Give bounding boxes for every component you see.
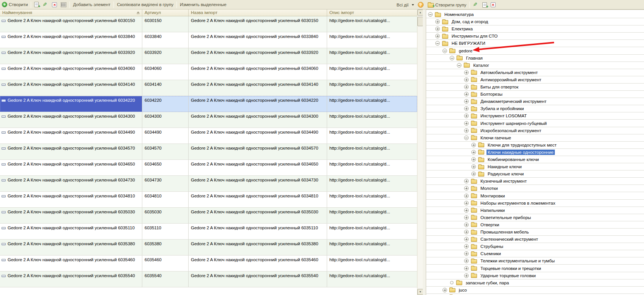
tree-item[interactable]: НЕ ВИГРУЖАТИ <box>426 40 644 47</box>
expand-icon[interactable] <box>464 208 469 213</box>
tree-item[interactable]: juco <box>426 287 644 294</box>
scroll-thumb[interactable] <box>417 17 423 26</box>
expand-icon[interactable] <box>435 19 440 24</box>
table-row[interactable]: Gedore 2 A Ключ накидной односторонний у… <box>0 208 417 224</box>
tree-item[interactable]: Ударные торцевые головки <box>426 272 644 279</box>
tree-item[interactable]: Накидные ключи <box>426 163 644 170</box>
expand-icon[interactable] <box>464 194 469 198</box>
tree-item[interactable]: Сантехнический инструмент <box>426 236 644 243</box>
copy-selected-to-group-button[interactable]: Скопіювати виділені в групу <box>115 1 175 9</box>
tree-item[interactable]: Инструмент шарнирно-губцевый <box>426 120 644 127</box>
expand-icon[interactable] <box>464 77 469 82</box>
tree-item[interactable]: Осветительные приборы <box>426 214 644 221</box>
collapse-icon[interactable] <box>428 12 433 17</box>
expand-icon[interactable] <box>471 164 476 169</box>
delete-item-button[interactable] <box>50 1 59 9</box>
table-row[interactable]: Gedore 2 A Ключ накидной односторонний у… <box>0 224 417 240</box>
tree-item[interactable]: Тележки инструментальные и тумбы <box>426 257 644 265</box>
expand-icon[interactable] <box>464 179 469 183</box>
table-row[interactable]: Gedore 2 A Ключ накидной односторонний у… <box>0 64 417 80</box>
list-vertical-scrollbar[interactable]: ▲ ▼ <box>417 9 423 295</box>
column-header-import-name[interactable]: Назва імпорт <box>189 9 327 16</box>
tree-item[interactable]: Болторезы <box>426 91 644 98</box>
tree-item[interactable]: Ключи гаечные <box>426 134 644 142</box>
table-row[interactable]: Gedore 2 A Ключ накидной односторонний у… <box>0 192 417 208</box>
tree-item[interactable]: Промышленная мебель <box>426 229 644 236</box>
expand-icon[interactable] <box>435 34 440 38</box>
expand-icon[interactable] <box>464 114 469 118</box>
table-row[interactable]: Gedore 2 A Ключ накидной односторонний у… <box>0 176 417 192</box>
table-row[interactable]: Gedore 2 A Ключ накидной односторонний у… <box>0 48 417 64</box>
tree-item[interactable]: Номенклатура <box>426 11 644 18</box>
expand-icon[interactable] <box>464 251 469 256</box>
collapse-icon[interactable] <box>450 56 454 60</box>
expand-icon[interactable] <box>464 230 469 234</box>
tree-item[interactable]: Искробезопасный инструмент <box>426 127 644 134</box>
tree-item[interactable]: Биты для отверток <box>426 84 644 91</box>
expand-icon[interactable] <box>464 121 469 126</box>
expand-icon[interactable] <box>464 259 469 263</box>
tree-item[interactable]: Инструменты для СТО <box>426 33 644 40</box>
column-header-article[interactable]: Артикул <box>142 9 189 16</box>
table-row[interactable]: Gedore 2 A Ключ накидной односторонний у… <box>0 32 417 48</box>
expand-icon[interactable] <box>471 150 476 155</box>
tree-item[interactable]: Струбцины <box>426 243 644 250</box>
expand-icon[interactable] <box>464 186 469 191</box>
tree-edit-button[interactable] <box>471 1 480 9</box>
expand-icon[interactable] <box>464 128 469 133</box>
barcode-button[interactable] <box>59 1 68 9</box>
column-header-import-desc[interactable]: Опис імпорт <box>327 9 417 16</box>
expand-icon[interactable] <box>471 157 476 162</box>
tree-item[interactable]: Зубила и пробойники <box>426 105 644 112</box>
tree-item[interactable]: Главная <box>426 55 644 62</box>
tree-item[interactable]: Монтировки <box>426 192 644 200</box>
tree-item[interactable]: Автомобильный инструмент <box>426 69 644 76</box>
tree-item[interactable]: Антикоррозийный инструмент <box>426 76 644 84</box>
tree-delete-button[interactable] <box>489 1 498 9</box>
edit-item-button[interactable] <box>41 1 50 9</box>
tree-item[interactable]: Инструмент LOSOMAT <box>426 112 644 120</box>
expand-icon[interactable] <box>471 172 476 176</box>
table-row[interactable]: Gedore 2 A Ключ накидной односторонний у… <box>0 144 417 160</box>
tree-item[interactable]: Радиусные ключи <box>426 170 644 178</box>
table-row[interactable]: Gedore 2 A Ключ накидной односторонний у… <box>0 160 417 176</box>
tree-item[interactable]: Комбинированные ключи <box>426 156 644 163</box>
table-row[interactable]: Gedore 2 A Ключ накидной односторонний у… <box>0 240 417 256</box>
tree-item[interactable]: Динамометрический инструмент <box>426 98 644 105</box>
tree-item[interactable]: Ключи для труднодоступных мест <box>426 142 644 149</box>
collapse-icon[interactable] <box>464 136 469 140</box>
table-row[interactable]: Gedore 2 A Ключ накидной односторонний у… <box>0 96 417 112</box>
copy-item-button[interactable] <box>32 1 41 9</box>
table-row[interactable]: Gedore 2 A Ключ накидной односторонний у… <box>0 16 417 32</box>
expand-icon[interactable] <box>464 244 469 249</box>
tree-item[interactable]: gedore <box>426 47 644 55</box>
expand-icon[interactable] <box>464 106 469 111</box>
table-row[interactable]: Gedore 2 A Ключ накидной односторонний у… <box>0 271 417 287</box>
help-button[interactable] <box>416 1 425 9</box>
tree-item[interactable]: Молотки <box>426 185 644 192</box>
all-actions-button[interactable]: Всі дії <box>395 1 416 9</box>
tree-item[interactable]: Отвертки <box>426 221 644 229</box>
collapse-icon[interactable] <box>442 49 447 53</box>
expand-icon[interactable] <box>464 266 469 271</box>
scroll-down-button[interactable]: ▼ <box>417 289 423 295</box>
table-row[interactable]: Gedore 2 A Ключ накидной односторонний у… <box>0 128 417 144</box>
expand-icon[interactable] <box>464 201 469 205</box>
create-group-button[interactable]: Створити групу <box>426 1 468 9</box>
tree-item[interactable]: Кузнечный инструмент <box>426 178 644 185</box>
edit-selected-button[interactable]: Изменить выделенные <box>178 1 228 9</box>
create-button[interactable]: Створити <box>0 1 30 9</box>
tree-item[interactable]: Дом, сад и огород <box>426 18 644 25</box>
expand-icon[interactable] <box>435 27 440 31</box>
tree-item[interactable]: запасные губки, пара <box>426 279 644 287</box>
collapse-icon[interactable] <box>435 41 440 46</box>
expand-icon[interactable] <box>464 237 469 241</box>
expand-icon[interactable] <box>464 273 469 278</box>
expand-icon[interactable] <box>471 143 476 147</box>
table-row[interactable]: Gedore 2 A Ключ накидной односторонний у… <box>0 80 417 96</box>
tree-item[interactable]: Наборы инструментов в ложементах <box>426 200 644 207</box>
expand-icon[interactable] <box>464 85 469 89</box>
panel-splitter[interactable] <box>423 9 426 295</box>
table-row[interactable]: Gedore 2 A Ключ накидной односторонний у… <box>0 256 417 271</box>
tree-item[interactable]: Каталог <box>426 62 644 69</box>
